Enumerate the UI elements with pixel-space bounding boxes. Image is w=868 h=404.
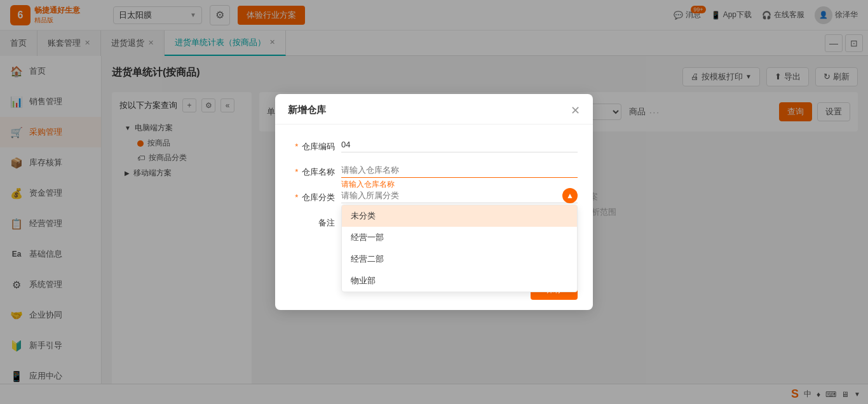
warehouse-category-row: * 仓库分类 ▲ 未分类 经营一部 经营二部 物业部 xyxy=(290,188,578,203)
modal-title: 新增仓库 xyxy=(288,104,326,116)
warehouse-notes-label: 备注 xyxy=(290,213,341,229)
new-warehouse-modal: 新增仓库 ✕ * 仓库编码 * 仓库名称 xyxy=(275,94,593,310)
category-dropdown-list: 未分类 经营一部 经营二部 物业部 xyxy=(341,205,578,292)
dropdown-toggle-button[interactable]: ▲ xyxy=(562,188,578,203)
warehouse-name-label: * 仓库名称 xyxy=(290,163,341,178)
warehouse-name-input[interactable] xyxy=(341,163,578,178)
warehouse-code-input[interactable] xyxy=(341,137,578,152)
modal-header: 新增仓库 ✕ xyxy=(275,94,593,125)
category-dropdown-wrapper: ▲ 未分类 经营一部 经营二部 物业部 xyxy=(341,188,578,203)
option-ops-dept-2[interactable]: 经营二部 xyxy=(342,248,577,270)
option-uncategorized[interactable]: 未分类 xyxy=(342,205,577,227)
warehouse-name-row: * 仓库名称 请输入仓库名称 xyxy=(290,163,578,178)
warehouse-category-label: * 仓库分类 xyxy=(290,188,341,203)
option-ops-dept-1[interactable]: 经营一部 xyxy=(342,227,577,248)
category-input[interactable] xyxy=(341,188,578,203)
warehouse-code-row: * 仓库编码 xyxy=(290,137,578,152)
modal-overlay: 新增仓库 ✕ * 仓库编码 * 仓库名称 xyxy=(0,0,868,404)
option-property-dept[interactable]: 物业部 xyxy=(342,270,577,292)
modal-body: * 仓库编码 * 仓库名称 请输入仓库名称 * xyxy=(275,125,593,272)
modal-close-button[interactable]: ✕ xyxy=(571,105,580,116)
warehouse-code-label: * 仓库编码 xyxy=(290,137,341,152)
